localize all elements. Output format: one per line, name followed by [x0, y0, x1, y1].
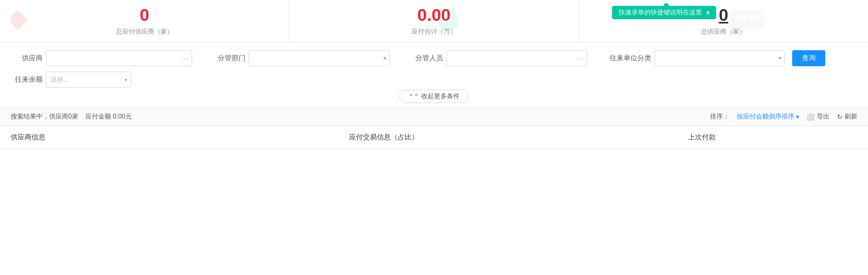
more-conditions-row: ⌃⌃ 收起更多条件	[11, 90, 857, 103]
supplier-dots-icon[interactable]: ···	[183, 54, 189, 62]
table-body	[0, 149, 868, 275]
category-arrow-icon[interactable]: ▾	[778, 54, 782, 62]
department-arrow-icon[interactable]: ▾	[383, 54, 386, 62]
search-row-1: 供应商 ··· 分管部门 ▾ 分管人员 ··· 往来单位分	[11, 50, 857, 66]
diamond-icon	[11, 7, 38, 35]
th-payable-label: 应付交易信息（占比）	[349, 133, 419, 141]
results-actions: 排序： 按应付会额倒序排序 ▾ ⬜ 导出 ↻ 刷新	[710, 112, 857, 121]
svg-point-6	[449, 18, 453, 21]
th-last-payment-label: 上次付款	[688, 133, 716, 141]
svg-point-5	[444, 18, 447, 21]
balance-label: 往来余额	[11, 75, 43, 84]
th-supplier-label: 供应商信息	[11, 133, 45, 141]
search-row-2: 往来余额 选择... ▾	[11, 72, 857, 88]
balance-field: 往来余额 选择... ▾	[11, 72, 149, 88]
ghost-card3-icon	[729, 6, 766, 36]
supplier-input-wrapper: ···	[46, 50, 192, 66]
category-input[interactable]	[654, 50, 785, 66]
category-input-wrapper: ▾	[654, 50, 785, 66]
sort-arrow-icon: ▾	[796, 113, 799, 121]
piggy-icon	[433, 6, 463, 36]
stat-card-total-payable: 0.00 应付合计（万）	[289, 0, 579, 42]
th-supplier-info: 供应商信息	[11, 132, 349, 142]
sort-select[interactable]: 按应付会额倒序排序 ▾	[737, 112, 799, 121]
refresh-label: 刷新	[845, 112, 857, 121]
department-field: 分管部门 ▾	[208, 50, 390, 66]
results-text: 搜索结果中，供应商0家 应付金额 0.00元	[11, 113, 132, 120]
person-input[interactable]	[446, 50, 587, 66]
supplier-label: 供应商	[11, 53, 43, 63]
sort-label: 排序：	[710, 112, 729, 121]
person-label: 分管人员	[406, 53, 443, 63]
query-button[interactable]: 查询	[792, 50, 825, 66]
svg-point-4	[451, 7, 455, 14]
results-summary: 搜索结果中，供应商0家 应付金额 0.00元	[11, 112, 132, 121]
svg-rect-0	[11, 10, 27, 29]
sort-value: 按应付会额倒序排序	[737, 112, 794, 121]
refresh-icon: ↻	[837, 113, 842, 121]
refresh-button[interactable]: ↻ 刷新	[837, 112, 857, 121]
person-input-wrapper: ···	[446, 50, 587, 66]
collapse-up-icon: ⌃⌃	[408, 93, 419, 100]
department-input-wrapper: ▾	[249, 50, 390, 66]
results-amount: 0.00	[113, 113, 125, 120]
results-supplier-count: 0	[68, 113, 72, 120]
svg-point-3	[441, 7, 446, 14]
export-label: 导出	[817, 112, 830, 121]
supplier-field: 供应商 ···	[11, 50, 192, 66]
collapse-button[interactable]: ⌃⌃ 收起更多条件	[399, 90, 469, 103]
export-icon: ⬜	[807, 113, 815, 121]
balance-select[interactable]: 选择...	[46, 72, 131, 88]
stat-label-supplier: 总应付供应商（家）	[116, 27, 173, 36]
tooltip-text: 快速录单的快捷键说明在这里	[619, 8, 702, 17]
category-label: 往来单位分类	[603, 53, 651, 63]
stat-number-total-supplier: 0	[719, 6, 728, 25]
tooltip-close[interactable]: ×	[706, 9, 710, 17]
category-field: 往来单位分类 ▾	[603, 50, 785, 66]
search-section: 供应商 ··· 分管部门 ▾ 分管人员 ··· 往来单位分	[0, 43, 868, 108]
svg-rect-8	[736, 15, 745, 19]
results-bar: 搜索结果中，供应商0家 应付金额 0.00元 排序： 按应付会额倒序排序 ▾ ⬜…	[0, 108, 868, 126]
shortcut-tooltip: 快速录单的快捷键说明在这里 ×	[612, 6, 716, 19]
supplier-input[interactable]	[46, 50, 192, 66]
svg-rect-9	[750, 15, 760, 19]
export-button[interactable]: ⬜ 导出	[807, 112, 830, 121]
stat-card-total-supplier: 快速录单的快捷键说明在这里 × 0 总供应商（家）	[579, 0, 868, 42]
table-header: 供应商信息 应付交易信息（占比） 上次付款	[0, 126, 868, 149]
th-payable-info: 应付交易信息（占比）	[349, 132, 688, 142]
stat-number-supplier: 0	[140, 6, 149, 25]
person-dots-icon[interactable]: ···	[578, 54, 584, 62]
th-last-payment: 上次付款	[688, 132, 857, 142]
balance-select-wrapper: 选择... ▾	[46, 72, 131, 88]
person-field: 分管人员 ···	[406, 50, 587, 66]
stat-card-supplier-count: 0 总应付供应商（家）	[0, 0, 289, 42]
collapse-label: 收起更多条件	[421, 92, 460, 101]
department-input[interactable]	[249, 50, 390, 66]
department-label: 分管部门	[208, 53, 246, 63]
